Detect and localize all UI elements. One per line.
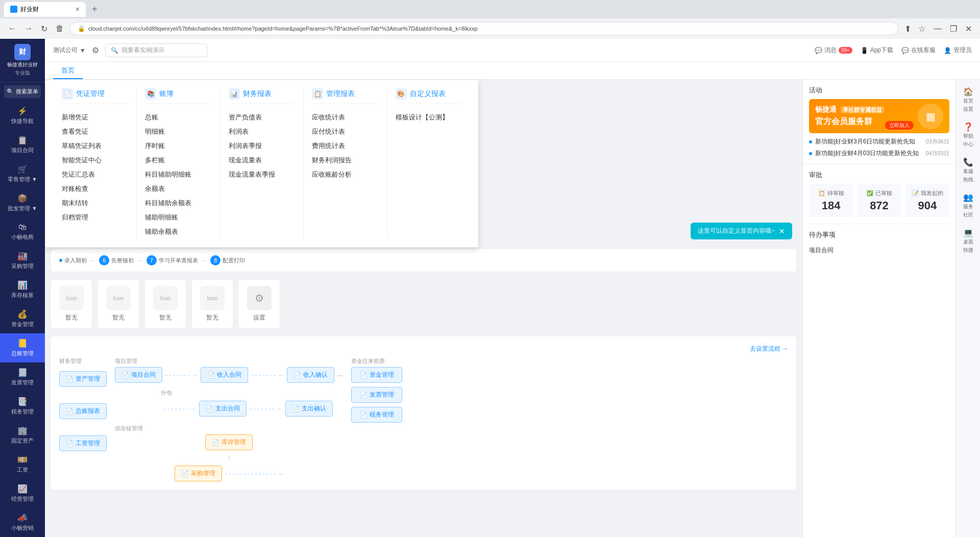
- sidebar-item-quick-nav[interactable]: ⚡ 快捷导航: [0, 101, 45, 130]
- message-button[interactable]: 💬 消息 99+: [815, 46, 852, 55]
- voucher-menu-item-5[interactable]: 对账检查: [62, 182, 128, 196]
- set-flow-link[interactable]: 去设置流程 →: [750, 345, 788, 353]
- mgmt-report-item-1[interactable]: 应付统计表: [312, 125, 378, 139]
- sidebar-item-wholesale-mgmt[interactable]: 📦 批发管理 ▼: [0, 188, 45, 217]
- ledger-menu-item-6[interactable]: 科目辅助余额表: [145, 196, 211, 210]
- flow-box-invoice-mgmt[interactable]: 📄发票管理: [351, 387, 402, 403]
- online-service-button[interactable]: 💬 在线客服: [901, 46, 936, 55]
- window-close-button[interactable]: ✕: [963, 22, 974, 36]
- custom-report-item-0[interactable]: 模板设计【公测】: [396, 110, 462, 125]
- sidebar-item-accounting[interactable]: 📒 总账管理: [0, 333, 45, 362]
- ledger-menu-item-5[interactable]: 余额表: [145, 182, 211, 196]
- todo-item-0[interactable]: 项目合同: [809, 243, 949, 257]
- ledger-menu-item-7[interactable]: 辅助明细账: [145, 210, 211, 225]
- right-sidebar-home-settings[interactable]: 🏠 首页 设置: [961, 84, 975, 116]
- financial-report-item-4[interactable]: 现金流量表季报: [229, 167, 295, 182]
- quick-icon-2[interactable]: Icon 暂无: [98, 280, 139, 328]
- settings-gear-icon[interactable]: ⚙: [92, 45, 99, 55]
- tab-home[interactable]: 首页: [53, 63, 83, 79]
- approval-card-approved[interactable]: ✅ 已审核 872: [857, 184, 901, 217]
- ledger-menu-item-1[interactable]: 明细账: [145, 125, 211, 139]
- mgmt-report-item-2[interactable]: 费用统计表: [312, 139, 378, 153]
- activity-banner[interactable]: 畅捷通 享社群专属权益 官方会员服务群 ▦ 立即加入: [809, 99, 949, 133]
- sidebar-item-purchase[interactable]: 🏭 采购管理: [0, 246, 45, 275]
- flow-box-payroll[interactable]: 📄工资管理: [59, 435, 107, 451]
- sidebar-item-marketing[interactable]: 📣 小畅营销: [0, 508, 45, 537]
- nav-back-button[interactable]: ←: [6, 22, 18, 35]
- nav-forward-button[interactable]: →: [22, 22, 35, 35]
- sidebar-item-retail-mgmt[interactable]: 🛒 零售管理 ▼: [0, 159, 45, 188]
- flow-box-fund-mgmt[interactable]: 📄资金管理: [351, 367, 402, 383]
- voucher-menu-item-0[interactable]: 新增凭证: [62, 110, 128, 125]
- sidebar-search-button[interactable]: 🔍 搜索菜单: [4, 85, 41, 98]
- right-sidebar-desktop[interactable]: 💻 桌面 快捷: [961, 225, 975, 257]
- window-restore-button[interactable]: ❐: [948, 22, 959, 36]
- user-avatar[interactable]: 👤 管理员: [944, 46, 972, 55]
- quick-icon-1[interactable]: Icon 暂无: [51, 280, 92, 328]
- flow-box-inventory[interactable]: 📄库存管理: [205, 434, 253, 450]
- flow-box-ledger[interactable]: 📄总账报表: [59, 403, 107, 419]
- right-sidebar-community[interactable]: 👥 服务 社区: [961, 189, 975, 222]
- browser-bookmark-button[interactable]: ☆: [916, 22, 927, 36]
- mgmt-report-item-4[interactable]: 应收账龄分析: [312, 167, 378, 182]
- flow-box-tax-mgmt[interactable]: 📄税务管理: [351, 407, 402, 423]
- activity-join-button[interactable]: 立即加入: [885, 121, 914, 129]
- quick-icon-5[interactable]: ⚙ 设置: [239, 280, 280, 328]
- voucher-menu-item-7[interactable]: 归档管理: [62, 210, 128, 225]
- voucher-menu-item-2[interactable]: 草稿凭证列表: [62, 139, 128, 153]
- company-breadcrumb: 测试公司 ▼: [53, 46, 86, 55]
- ledger-menu-item-0[interactable]: 总账: [145, 110, 211, 125]
- window-minimize-button[interactable]: —: [932, 22, 944, 35]
- quick-icon-3[interactable]: Icon 暂无: [145, 280, 186, 328]
- flow-box-cost-contract[interactable]: 📄支出合同: [199, 401, 247, 417]
- news-item-0[interactable]: 新功能|好业财3月6日功能更新抢先知 03月06日: [809, 137, 949, 146]
- flow-box-cost-confirm[interactable]: 📄支出确认: [285, 401, 333, 417]
- new-tab-button[interactable]: +: [89, 3, 101, 16]
- close-tab-button[interactable]: ×: [76, 5, 80, 13]
- financial-report-item-1[interactable]: 利润表: [229, 125, 295, 139]
- app-download-button[interactable]: 📱 App下载: [861, 46, 893, 55]
- financial-report-item-3[interactable]: 现金流量表: [229, 153, 295, 167]
- flow-box-revenue-confirm[interactable]: 📄收入确认: [287, 367, 334, 383]
- nav-refresh-button[interactable]: ↻: [39, 22, 50, 36]
- sidebar-item-fixed-assets[interactable]: 🏢 固定资产: [0, 421, 45, 450]
- news-item-1[interactable]: 新功能|好业财4月03日功能更新抢先知 04月03日: [809, 149, 949, 158]
- flow-box-purchase[interactable]: 📄采购管理: [175, 466, 222, 481]
- approval-card-initiated[interactable]: 📝 我发起的 904: [905, 184, 949, 217]
- sidebar-item-payroll[interactable]: 💴 工资: [0, 450, 45, 479]
- sidebar-item-invoice[interactable]: 🧾 发票管理: [0, 362, 45, 392]
- join-label: 立即加入: [885, 121, 914, 130]
- flow-box-project-contract[interactable]: 📄项目合同: [115, 367, 162, 383]
- voucher-menu-item-6[interactable]: 期末结转: [62, 196, 128, 210]
- header-search-box[interactable]: 🔍 我要看实例演示: [105, 43, 207, 57]
- financial-report-item-2[interactable]: 利润表季报: [229, 139, 295, 153]
- ledger-menu-item-2[interactable]: 序时账: [145, 139, 211, 153]
- mgmt-report-item-3[interactable]: 财务利润报告: [312, 153, 378, 167]
- url-text: cloud.chanjet.com/cc/u6d89qwnryel/57bfsk…: [88, 26, 478, 32]
- nav-delete-button[interactable]: 🗑: [54, 22, 66, 35]
- financial-report-item-0[interactable]: 资产负债表: [229, 110, 295, 125]
- voucher-menu-item-3[interactable]: 智能凭证中心: [62, 153, 128, 167]
- browser-share-button[interactable]: ⬆: [902, 22, 913, 36]
- flow-box-asset[interactable]: 📄资产管理: [59, 371, 107, 387]
- sidebar-item-inventory[interactable]: 📊 库存核算: [0, 275, 45, 304]
- voucher-menu-item-4[interactable]: 凭证汇总表: [62, 167, 128, 182]
- ledger-menu-item-3[interactable]: 多栏账: [145, 153, 211, 167]
- quick-icon-4[interactable]: Icon 暂无: [192, 280, 233, 328]
- sidebar-item-project-contract[interactable]: 📋 项目合同: [0, 130, 45, 159]
- approval-card-pending[interactable]: 📋 待审核 184: [809, 184, 853, 217]
- flow-box-revenue-contract[interactable]: 📄收入合同: [201, 367, 248, 383]
- ledger-menu-item-8[interactable]: 辅助余额表: [145, 225, 211, 239]
- tooltip-close-button[interactable]: ✕: [779, 227, 785, 235]
- sidebar-item-tax[interactable]: 📑 税务管理: [0, 392, 45, 421]
- sidebar-item-fund[interactable]: 💰 资金管理: [0, 304, 45, 333]
- sidebar-item-operations[interactable]: 📈 经营管理: [0, 479, 45, 508]
- ledger-menu-item-4[interactable]: 科目辅助明细账: [145, 167, 211, 182]
- sidebar-item-ecommerce[interactable]: 🛍 小畅电商: [0, 217, 45, 246]
- browser-tab[interactable]: 好业财 ×: [4, 2, 86, 17]
- address-bar[interactable]: 🔒 cloud.chanjet.com/cc/u6d89qwnryel/57bf…: [70, 22, 898, 35]
- right-sidebar-help[interactable]: ❓ 帮助 中心: [961, 119, 975, 151]
- mgmt-report-item-0[interactable]: 应收统计表: [312, 110, 378, 125]
- right-sidebar-service[interactable]: 📞 客服 热线: [961, 154, 975, 186]
- voucher-menu-item-1[interactable]: 查看凭证: [62, 125, 128, 139]
